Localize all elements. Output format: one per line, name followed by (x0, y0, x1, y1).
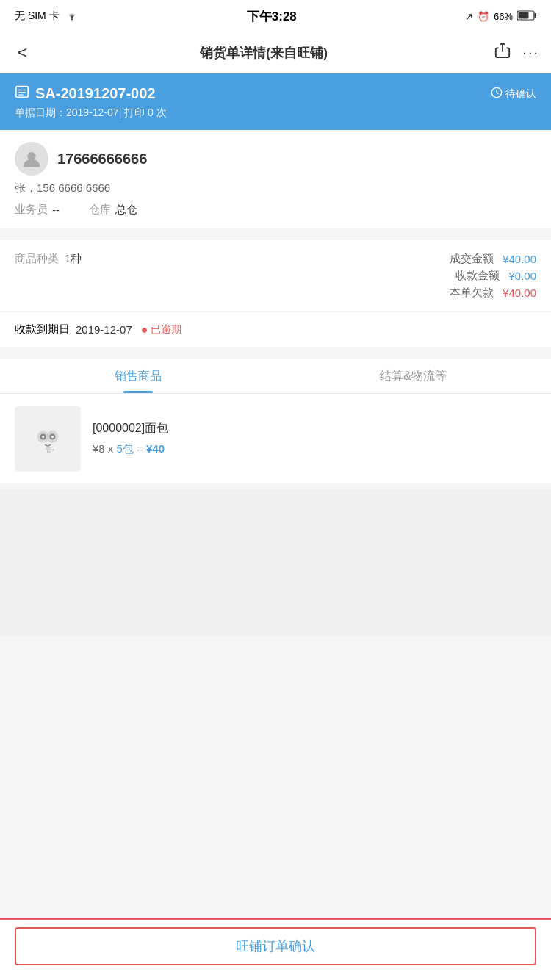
status-time: 下午3:28 (247, 8, 297, 25)
avatar (15, 142, 48, 176)
customer-section: 17666666666 张，156 6666 6666 业务员 -- 仓库 总仓 (0, 130, 551, 228)
share-button[interactable] (494, 43, 511, 62)
deal-amount-row: 成交金额 ¥40.00 (450, 252, 536, 266)
customer-name-phone: 张，156 6666 6666 (15, 181, 536, 195)
wangpu-confirm-button[interactable]: 旺铺订单确认 (15, 927, 536, 965)
alarm-icon: ⏰ (478, 11, 489, 22)
order-header-card: SA-20191207-002 待确认 单据日期：2019-12-07| 打印 … (0, 73, 551, 130)
product-name: [0000002]面包 (93, 421, 536, 436)
deal-amount-value: ¥40.00 (503, 253, 536, 265)
order-icon (15, 85, 29, 102)
product-type-info: 商品种类 1种 (15, 252, 82, 266)
battery-icon (517, 10, 536, 23)
divider-2 (0, 353, 551, 359)
clock-icon (491, 87, 503, 101)
tab-sales-products[interactable]: 销售商品 (0, 359, 276, 393)
due-date-section: 收款到期日 2019-12-07 ● 已逾期 (0, 311, 551, 347)
status-right: ↗ ⏰ 66% (465, 10, 536, 23)
page-title: 销货单详情(来自旺铺) (200, 44, 328, 62)
svg-point-10 (27, 152, 35, 160)
carrier-text: 无 SIM 卡 (15, 10, 60, 23)
more-button[interactable]: ··· (522, 44, 539, 61)
received-amount-row: 收款金额 ¥0.00 (455, 269, 536, 283)
received-amount-value: ¥0.00 (508, 270, 536, 282)
overdue-icon: ● (141, 323, 148, 336)
svg-rect-2 (534, 13, 536, 18)
svg-text:管+: 管+ (46, 447, 55, 453)
customer-meta: 业务员 -- 仓库 总仓 (15, 203, 536, 217)
battery-text: 66% (494, 11, 513, 22)
svg-rect-3 (518, 12, 528, 18)
overdue-badge: ● 已逾期 (141, 323, 182, 336)
product-info: [0000002]面包 ¥8 x 5包 = ¥40 (93, 421, 536, 456)
svg-point-15 (42, 436, 44, 438)
location-icon: ↗ (465, 11, 473, 22)
arrears-amount-value: ¥40.00 (503, 287, 536, 299)
nav-actions: ··· (494, 43, 539, 62)
svg-point-0 (71, 18, 73, 20)
tabs-row: 销售商品 结算&物流等 (0, 359, 551, 394)
status-bar: 无 SIM 卡 下午3:28 ↗ ⏰ 66% (0, 0, 551, 32)
product-item: 管+ [0000002]面包 ¥8 x 5包 = ¥40 (0, 394, 551, 483)
bottom-bar: 旺铺订单确认 (0, 918, 551, 980)
due-date-label: 收款到期日 (15, 323, 70, 336)
tab-settlement-logistics[interactable]: 结算&物流等 (276, 359, 551, 393)
product-price: ¥8 x 5包 = ¥40 (93, 442, 536, 456)
amount-info: 成交金额 ¥40.00 收款金额 ¥0.00 本单欠款 ¥40.00 (450, 252, 536, 300)
arrears-amount-row: 本单欠款 ¥40.00 (450, 286, 536, 300)
divider-1 (0, 234, 551, 240)
product-thumbnail: 管+ (15, 406, 81, 472)
order-status-badge: 待确认 (491, 87, 536, 101)
customer-phone: 17666666666 (57, 151, 147, 167)
empty-space (0, 489, 551, 636)
svg-rect-5 (16, 87, 28, 98)
tabs-section: 销售商品 结算&物流等 (0, 359, 551, 394)
warehouse-info: 仓库 总仓 (89, 203, 137, 217)
order-number: SA-20191207-002 (15, 85, 155, 102)
wifi-icon (65, 10, 79, 23)
back-button[interactable]: < (12, 40, 33, 65)
status-left: 无 SIM 卡 (15, 10, 79, 23)
due-date-value: 2019-12-07 (76, 323, 132, 336)
order-date: 单据日期：2019-12-07| 打印 0 次 (15, 107, 536, 120)
overdue-text: 已逾期 (151, 323, 181, 336)
summary-section: 商品种类 1种 成交金额 ¥40.00 收款金额 ¥0.00 本单欠款 ¥40.… (0, 240, 551, 311)
nav-bar: < 销货单详情(来自旺铺) ··· (0, 32, 551, 73)
svg-point-16 (51, 436, 54, 438)
salesman-info: 业务员 -- (15, 203, 60, 217)
